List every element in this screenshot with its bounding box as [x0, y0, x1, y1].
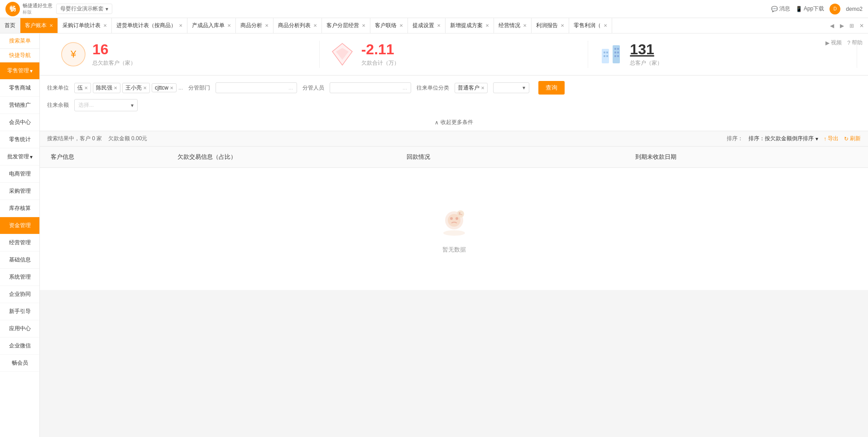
sidebar-item-system-mgmt[interactable]: 系统管理	[0, 269, 39, 286]
close-goods-analysis-list-tab[interactable]: ✕	[313, 23, 317, 28]
tab-close-all-btn[interactable]: ✕	[857, 21, 866, 30]
building-icon	[597, 41, 624, 68]
filter-unit-tags: 伍 ✕ 陈民强 ✕ 王小亮 ✕ cjttcw ✕ ...	[74, 83, 183, 93]
close-customer-segment-tab[interactable]: ✕	[362, 23, 365, 28]
top-bar-right: 💬 消息 📱 App下载 D demo2	[771, 4, 863, 14]
stats-bar: ¥ 16 总欠款客户（家） -2.11 欠款合计（万	[40, 33, 868, 76]
svg-rect-6	[604, 52, 605, 53]
stat-total-debit-amount: -2.11 欠款合计（万）	[320, 41, 589, 68]
sidebar-item-retail-mgmt[interactable]: 零售管理▾	[0, 62, 39, 80]
filter-row-1: 往来单位 伍 ✕ 陈民强 ✕ 王小亮 ✕ cjttcw	[47, 81, 861, 95]
sidebar-search[interactable]: 搜索菜单	[0, 33, 39, 49]
filter-category-select[interactable]: ▾	[493, 82, 529, 93]
close-profit-report-tab[interactable]: ✕	[561, 23, 564, 28]
export-btn[interactable]: ↑ 导出	[824, 135, 839, 142]
sidebar-item-inventory[interactable]: 库存核算	[0, 200, 39, 217]
svg-point-22	[459, 212, 460, 214]
close-goods-analysis-tab[interactable]: ✕	[265, 23, 269, 28]
remove-tag-cjttcw[interactable]: ✕	[170, 86, 173, 90]
logo-icon: 畅	[5, 2, 20, 16]
sidebar-item-retail-mall[interactable]: 零售商城	[0, 80, 39, 97]
tab-promote-settings[interactable]: 提成设置 ✕	[408, 18, 446, 33]
filter-tag-chen: 陈民强 ✕	[93, 83, 120, 93]
close-purchase-stat-tab[interactable]: ✕	[179, 23, 182, 28]
filter-dept-select[interactable]: ...	[216, 82, 297, 93]
svg-rect-8	[604, 55, 605, 57]
sidebar-item-member-plus[interactable]: 畅会员	[0, 355, 39, 372]
close-retail-profit-tab[interactable]: ✕	[604, 23, 607, 28]
close-customer-book-tab[interactable]: ✕	[49, 23, 53, 28]
username: demo2	[846, 6, 863, 12]
svg-point-16	[443, 230, 465, 236]
sidebar-item-operation-mgmt[interactable]: 经营管理	[0, 234, 39, 252]
table-header: 客户信息 欠款交易信息（占比） 回款情况 到期未收款日期	[40, 147, 868, 168]
tab-goods-analysis[interactable]: 商品分析 ✕	[236, 18, 273, 33]
tab-product-in[interactable]: 产成品入库单 ✕	[187, 18, 236, 33]
close-promote-settings-tab[interactable]: ✕	[437, 23, 441, 28]
app-download-btn[interactable]: 📱 App下载	[796, 5, 824, 13]
svg-rect-7	[606, 52, 608, 53]
sidebar-item-member-center[interactable]: 会员中心	[0, 114, 39, 131]
debit-customers-label: 总欠款客户（家）	[92, 59, 136, 67]
sidebar-item-wholesale-mgmt[interactable]: 批发管理▾	[0, 148, 39, 166]
refresh-btn[interactable]: ↻ 刷新	[844, 135, 861, 142]
account-selector[interactable]: 母婴行业演示帐套 ▾	[56, 4, 112, 14]
tab-customer-segment[interactable]: 客户分层经营 ✕	[322, 18, 370, 33]
sidebar-item-marketing[interactable]: 营销推广	[0, 97, 39, 114]
sort-selector[interactable]: 排序：按欠款金额倒序排序 ▾	[748, 135, 818, 142]
filter-tags-more[interactable]: ...	[178, 85, 183, 91]
tab-expand-btn[interactable]: ⊞	[847, 21, 856, 30]
sidebar-item-purchase-mgmt[interactable]: 采购管理	[0, 183, 39, 200]
sidebar-item-enterprise-collab[interactable]: 企业协同	[0, 286, 39, 303]
top-bar: 畅 畅捷通好生意 标版 母婴行业演示帐套 ▾ 💬 消息 📱 App下载 D de…	[0, 0, 868, 18]
filter-balance-select[interactable]: 选择... ▾	[74, 99, 138, 111]
tab-home[interactable]: 首页	[0, 18, 20, 33]
sidebar-item-enterprise-wechat[interactable]: 企业微信	[0, 337, 39, 355]
query-button[interactable]: 查询	[538, 81, 565, 95]
sidebar-item-basic-info[interactable]: 基础信息	[0, 252, 39, 269]
close-new-promote-tab[interactable]: ✕	[485, 23, 489, 28]
filter-collapse-btn[interactable]: ∧ 收起更多条件	[47, 116, 861, 131]
logo-text: 畅捷通好生意	[23, 2, 53, 9]
sidebar-item-retail-stats[interactable]: 零售统计	[0, 131, 39, 148]
data-table: 客户信息 欠款交易信息（占比） 回款情况 到期未收款日期	[40, 147, 868, 290]
total-customers-label: 总客户（家）	[630, 59, 662, 67]
svg-point-19	[450, 217, 453, 220]
sidebar-item-new-guide[interactable]: 新手引导	[0, 303, 39, 320]
tab-goods-analysis-list[interactable]: 商品分析列表 ✕	[273, 18, 322, 33]
tab-prev-btn[interactable]: ◀	[827, 21, 836, 30]
sidebar-item-app-center[interactable]: 应用中心	[0, 320, 39, 337]
tab-purchase-order[interactable]: 采购订单统计表 ✕	[58, 18, 112, 33]
sidebar-item-capital-mgmt[interactable]: 资金管理	[0, 217, 39, 234]
tab-retail-profit[interactable]: 零售利润（ ✕	[569, 18, 612, 33]
remove-tag-common-customer[interactable]: ✕	[481, 86, 484, 90]
sidebar-item-ecommerce-mgmt[interactable]: 电商管理	[0, 166, 39, 183]
message-btn[interactable]: 💬 消息	[771, 5, 790, 13]
filter-row-2: 往来余额 选择... ▾	[47, 99, 861, 111]
result-info: 搜索结果中，客户 0 家 欠款金额 0.00元	[47, 135, 147, 142]
logo-area: 畅 畅捷通好生意 标版	[5, 2, 53, 16]
remove-tag-chen[interactable]: ✕	[114, 86, 117, 90]
remove-tag-wu[interactable]: ✕	[84, 86, 88, 90]
remove-tag-wang[interactable]: ✕	[143, 86, 147, 90]
svg-rect-15	[617, 55, 619, 57]
empty-state: 暂无数据	[40, 168, 868, 290]
close-product-in-tab[interactable]: ✕	[227, 23, 231, 28]
avatar[interactable]: D	[830, 4, 840, 14]
nav-tabs: 首页 客户账本 ✕ 采购订单统计表 ✕ 进货单统计表（按商品） ✕ 产成品入库单…	[0, 18, 868, 33]
tab-business-status[interactable]: 经营情况 ✕	[494, 18, 532, 33]
sidebar-quick-nav[interactable]: 快捷导航	[0, 49, 39, 62]
close-purchase-order-tab[interactable]: ✕	[103, 23, 107, 28]
close-customer-contact-tab[interactable]: ✕	[399, 23, 403, 28]
tab-next-btn[interactable]: ▶	[837, 21, 846, 30]
tab-customer-contact[interactable]: 客户联络 ✕	[370, 18, 408, 33]
tab-customer-book[interactable]: 客户账本 ✕	[20, 18, 58, 33]
svg-text:¥: ¥	[70, 48, 77, 60]
tab-new-promote[interactable]: 新增提成方案 ✕	[446, 18, 494, 33]
video-help-btn[interactable]: ▶ 视频	[825, 39, 842, 47]
tab-purchase-stat[interactable]: 进货单统计表（按商品） ✕	[112, 18, 187, 33]
help-btn[interactable]: ? 帮助	[847, 39, 863, 47]
close-business-status-tab[interactable]: ✕	[523, 23, 527, 28]
tab-profit-report[interactable]: 利润报告 ✕	[532, 18, 569, 33]
filter-person-select[interactable]: ...	[330, 82, 411, 93]
